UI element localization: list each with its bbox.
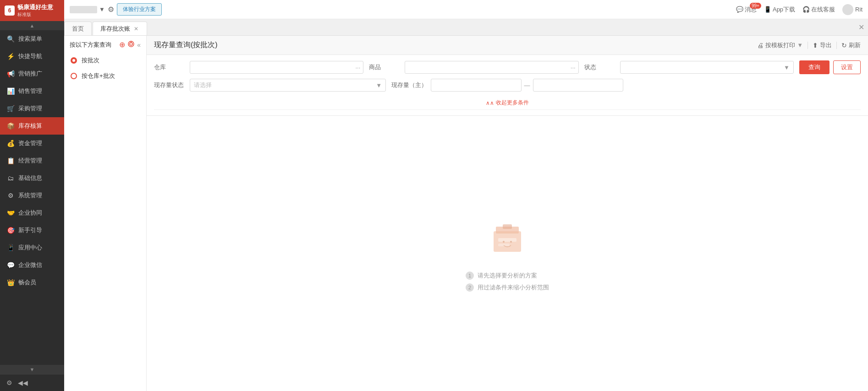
- topbar-left: ▼ ⚙ 体验行业方案: [70, 3, 731, 16]
- query-form: 仓库 ··· 商品 ··· 状态: [147, 55, 868, 116]
- inventory-qty-max[interactable]: [533, 79, 624, 92]
- sidebar-scroll-up[interactable]: ▲: [0, 21, 64, 30]
- sidebar-item-marketing[interactable]: 📢 营销推广: [0, 65, 64, 82]
- tab-inventory-batch[interactable]: 库存批次账 ✕: [93, 22, 147, 35]
- headset-icon: 🎧: [802, 6, 810, 13]
- sidebar-item-label: 销售管理: [18, 87, 42, 95]
- membership-icon: 👑: [6, 278, 15, 287]
- sidebar-item-quick-nav[interactable]: ⚡ 快捷导航: [0, 48, 64, 65]
- warehouse-more-icon[interactable]: ···: [352, 64, 363, 71]
- sidebar-item-finance[interactable]: 💰 资金管理: [0, 135, 64, 152]
- step-2-text: 用过滤条件来缩小分析范围: [478, 283, 549, 292]
- filter-item-by-warehouse-batch[interactable]: 按仓库+批次: [64, 68, 146, 84]
- filter-item-by-batch[interactable]: 按批次: [64, 53, 146, 68]
- tab-home[interactable]: 首页: [64, 22, 92, 35]
- print-btn[interactable]: 🖨 按模板打印 ▼: [757, 41, 803, 49]
- app-title: 畅康通好生意 标准版: [17, 4, 53, 17]
- inventory-qty-field: 现存量（主） —: [391, 79, 623, 92]
- warehouse-input-container[interactable]: ···: [190, 61, 363, 74]
- refresh-label: 刷新: [849, 41, 861, 49]
- message-icon: 💬: [736, 6, 743, 13]
- operations-icon: 📋: [6, 157, 15, 165]
- sidebar-item-newbie[interactable]: 🎯 新手引导: [0, 222, 64, 239]
- sidebar-item-inventory[interactable]: 📦 库存核算: [0, 117, 64, 135]
- export-btn[interactable]: ⬆ 导出: [813, 41, 832, 49]
- chevron-up-icon: ∧∧: [486, 100, 494, 106]
- sidebar-item-label: 系统管理: [18, 191, 42, 200]
- status-select-arrow: ▼: [784, 64, 790, 71]
- sidebar-item-operations[interactable]: 📋 经营管理: [0, 152, 64, 169]
- svg-rect-5: [503, 224, 512, 229]
- inventory-status-label: 现存量状态: [154, 81, 186, 89]
- sidebar-item-membership[interactable]: 👑 畅会员: [0, 274, 64, 291]
- sidebar-item-label: 经营管理: [18, 157, 42, 165]
- filter-add-btn[interactable]: ⊕: [119, 40, 125, 49]
- print-dropdown-icon[interactable]: ▼: [797, 42, 803, 49]
- tab-label: 首页: [72, 25, 84, 33]
- sidebar-nav: 🔍 搜索菜单 ⚡ 快捷导航 📢 营销推广 📊 销售管理 🛒 采购管理 📦 库存核…: [0, 30, 64, 365]
- empty-illustration: [484, 215, 530, 262]
- sidebar-item-label: 采购管理: [18, 104, 42, 113]
- warehouse-field: 仓库 ···: [154, 61, 363, 74]
- product-more-icon[interactable]: ···: [568, 64, 578, 71]
- filter-item-label: 按仓库+批次: [82, 72, 115, 80]
- export-label: 导出: [820, 41, 832, 49]
- marketing-icon: 📢: [6, 70, 15, 78]
- online-service-btn[interactable]: 🎧 在线客服: [802, 5, 835, 14]
- filter-collapse-icon[interactable]: «: [137, 41, 141, 49]
- inventory-status-select[interactable]: 请选择 ▼: [190, 79, 386, 92]
- inventory-status-arrow: ▼: [376, 82, 382, 89]
- sidebar-item-label: 企业协同: [18, 209, 42, 217]
- product-field: 商品 ···: [369, 61, 578, 74]
- query-btn[interactable]: 查询: [799, 60, 830, 74]
- product-input-container[interactable]: ···: [405, 61, 578, 74]
- svg-rect-6: [498, 238, 516, 242]
- inventory-qty-min[interactable]: [431, 79, 522, 92]
- inventory-status-placeholder: 请选择: [194, 81, 212, 89]
- sidebar-item-enterprise[interactable]: 🤝 企业协同: [0, 204, 64, 222]
- page-header: 现存量查询(按批次) 🖨 按模板打印 ▼ ⬆ 导出 ↻ 刷: [147, 36, 868, 55]
- filter-item-label: 按批次: [82, 56, 99, 65]
- status-select[interactable]: ▼: [620, 61, 794, 74]
- tab-close-btn[interactable]: ✕: [133, 26, 139, 32]
- header-divider-1: [808, 42, 808, 49]
- step-num-1: 1: [466, 272, 474, 280]
- filter-header-actions: ⊕ «: [119, 40, 141, 49]
- enterprise-icon: 🤝: [6, 209, 15, 217]
- warehouse-input[interactable]: [190, 62, 352, 73]
- sidebar-item-label: 库存核算: [18, 122, 42, 130]
- collapse-sidebar-btn[interactable]: ◀◀: [18, 379, 28, 386]
- collapse-bar[interactable]: ∧∧ 收起更多条件: [154, 96, 861, 110]
- sidebar-item-wechat[interactable]: 💬 企业微信: [0, 256, 64, 274]
- sidebar-header: 6 畅康通好生意 标准版: [0, 0, 64, 21]
- warehouse-label: 仓库: [154, 63, 186, 71]
- filter-settings-btn[interactable]: [128, 41, 134, 49]
- sidebar-item-search[interactable]: 🔍 搜索菜单: [0, 30, 64, 48]
- tab-label: 库存批次账: [100, 25, 130, 33]
- main-area: ▼ ⚙ 体验行业方案 💬 消息 99+ 📱 App下载 🎧 在线客服 Rit: [64, 0, 868, 391]
- sidebar-scroll-down[interactable]: ▼: [0, 365, 64, 374]
- app-logo: 6: [5, 5, 15, 16]
- topbar-dropdown[interactable]: ▼: [70, 6, 105, 13]
- refresh-btn[interactable]: ↻ 刷新: [841, 41, 861, 49]
- sidebar-item-basic-info[interactable]: 🗂 基础信息: [0, 169, 64, 187]
- sidebar-item-system[interactable]: ⚙ 系统管理: [0, 187, 64, 204]
- user-profile-btn[interactable]: Rit: [842, 4, 863, 15]
- product-input[interactable]: [405, 62, 567, 73]
- messages-btn[interactable]: 💬 消息 99+: [736, 5, 757, 14]
- settings-btn[interactable]: 设置: [833, 60, 861, 74]
- content-area: 按以下方案查询 ⊕ «: [64, 36, 868, 391]
- sidebar-item-sales[interactable]: 📊 销售管理: [0, 82, 64, 100]
- print-icon: 🖨: [757, 42, 764, 49]
- app-download-btn[interactable]: 📱 App下载: [764, 5, 795, 14]
- app-download-label: App下载: [773, 5, 795, 14]
- inventory-status-field: 现存量状态 请选择 ▼: [154, 79, 386, 92]
- svg-point-9: [510, 241, 512, 243]
- trial-btn[interactable]: 体验行业方案: [117, 3, 162, 16]
- sidebar-item-purchase[interactable]: 🛒 采购管理: [0, 100, 64, 117]
- close-panel-btn[interactable]: ✕: [855, 23, 868, 32]
- sidebar-item-app-center[interactable]: 📱 应用中心: [0, 239, 64, 256]
- settings-footer-btn[interactable]: ⚙: [6, 379, 12, 386]
- sidebar: 6 畅康通好生意 标准版 ▲ 🔍 搜索菜单 ⚡ 快捷导航 📢 营销推广 📊 销售…: [0, 0, 64, 391]
- gear-icon[interactable]: ⚙: [108, 5, 114, 14]
